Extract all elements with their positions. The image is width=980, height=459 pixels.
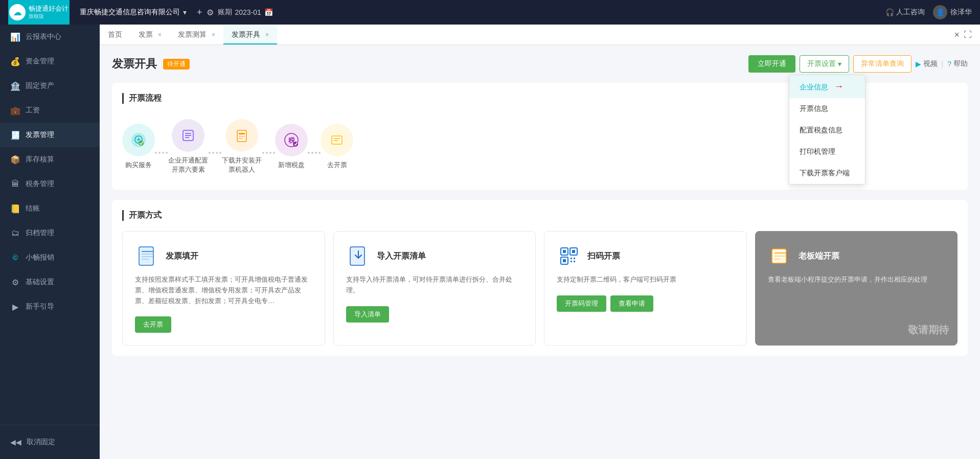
dropdown-invoice-info[interactable]: 开票信息 bbox=[789, 98, 865, 120]
flow-step-4-label: 新增税盘 bbox=[278, 160, 305, 170]
sidebar-item-assets[interactable]: 🏦 固定资产 bbox=[0, 74, 100, 98]
tab-invoice-close[interactable]: × bbox=[158, 31, 162, 38]
sidebar-item-payroll[interactable]: 💼 工资 bbox=[0, 98, 100, 123]
sidebar-bottom: ◀◀ 取消固定 bbox=[0, 425, 100, 459]
dropdown-invoice-info-label: 开票信息 bbox=[800, 104, 828, 112]
sidebar-item-xiaochang[interactable]: © 小畅报销 bbox=[0, 245, 100, 270]
invoice-icon: 🧾 bbox=[10, 130, 20, 140]
flow-step-1-icon bbox=[122, 124, 155, 156]
flow-step-4-icon: 税 bbox=[275, 124, 308, 156]
sidebar-item-settings[interactable]: ⚙ 基础设置 bbox=[0, 270, 100, 294]
dropdown-tax-disk[interactable]: 配置税盘信息 bbox=[789, 120, 865, 141]
sidebar-label-archive: 归档管理 bbox=[26, 228, 54, 238]
pending-label: 敬请期待 bbox=[908, 323, 949, 337]
method-actions-scan: 开票码管理 查看申请 bbox=[557, 295, 734, 312]
red-arrow-icon: → bbox=[834, 81, 844, 92]
add-company-icon[interactable]: + bbox=[197, 7, 202, 18]
import-list-btn[interactable]: 导入清单 bbox=[346, 306, 389, 323]
main-area: 📊 云报表中心 💰 资金管理 🏦 固定资产 💼 工资 🧾 发票管理 bbox=[0, 25, 980, 459]
sidebar-item-cloud-report[interactable]: 📊 云报表中心 bbox=[0, 25, 100, 49]
method-title-boss: 老板端开票 bbox=[799, 251, 839, 262]
divider: | bbox=[942, 60, 944, 68]
flow-step-2-label: 企业开通配置开票六要素 bbox=[168, 156, 209, 174]
sidebar-item-guide[interactable]: ▶ 新手引导 bbox=[0, 294, 100, 319]
dropdown-tax-disk-label: 配置税盘信息 bbox=[800, 126, 842, 134]
method-card-import: 导入开票清单 支持导入待开票清单，可对待开票清单进行拆分、合并处理。 导入清单 bbox=[333, 231, 536, 346]
help-btn[interactable]: ? 帮助 bbox=[947, 59, 968, 68]
method-desc-scan: 支持定制开票二维码，客户端可扫码开票 bbox=[557, 274, 734, 285]
sidebar-item-fund[interactable]: 💰 资金管理 bbox=[0, 49, 100, 74]
flow-step-3-icon bbox=[225, 119, 258, 152]
settings-gear-icon: ⚙ bbox=[10, 277, 20, 287]
tab-home[interactable]: 首页 bbox=[100, 26, 130, 44]
abnormal-btn[interactable]: 异常清单查询 bbox=[853, 55, 911, 73]
account-icon: 📒 bbox=[10, 203, 20, 214]
sidebar-label-cloud-report: 云报表中心 bbox=[26, 32, 61, 41]
method-actions-import: 导入清单 bbox=[346, 306, 523, 323]
manual-go-btn[interactable]: 去开票 bbox=[135, 316, 171, 333]
scan-view-btn[interactable]: 查看申请 bbox=[610, 295, 653, 312]
sidebar-label-tax: 税务管理 bbox=[26, 179, 54, 189]
tab-invoice-open-close[interactable]: × bbox=[265, 31, 269, 38]
avatar: 👤 bbox=[933, 5, 947, 19]
user-info[interactable]: 👤 徐泽华 bbox=[933, 5, 972, 19]
cancel-pin-btn[interactable]: ◀◀ 取消固定 bbox=[0, 430, 100, 454]
content-area: 首页 发票 × 发票测算 × 发票开具 × × ⛶ bbox=[100, 25, 980, 459]
method-card-manual: 发票填开 支持按照发票样式手工填开发票；可开具增值税电子普通发票、增值税普通发票… bbox=[122, 231, 325, 346]
tab-invoice-open[interactable]: 发票开具 × bbox=[223, 26, 277, 44]
cancel-pin-label: 取消固定 bbox=[27, 438, 55, 447]
consultant-btn[interactable]: 🎧 人工咨询 bbox=[885, 8, 925, 17]
method-desc-boss: 查看老板端小程序提交的开票申请，并作出相应的处理 bbox=[768, 274, 945, 285]
tab-bar: 首页 发票 × 发票测算 × 发票开具 × × ⛶ bbox=[100, 25, 980, 45]
sidebar-item-archive[interactable]: 🗂 归档管理 bbox=[0, 221, 100, 245]
activate-btn[interactable]: 立即开通 bbox=[748, 55, 795, 73]
sidebar-item-account[interactable]: 📒 结账 bbox=[0, 196, 100, 221]
assets-icon: 🏦 bbox=[10, 81, 20, 91]
flow-connector-1 bbox=[155, 140, 168, 154]
svg-point-16 bbox=[293, 142, 298, 147]
svg-rect-12 bbox=[239, 136, 245, 137]
dropdown-printer[interactable]: 打印机管理 bbox=[789, 141, 865, 163]
settings-btn[interactable]: 开票设置 ▾ bbox=[800, 55, 849, 73]
video-btn[interactable]: ▶ 视频 bbox=[916, 59, 938, 68]
page-content: 发票开具 待开通 立即开通 开票设置 ▾ 异常清单查询 ▶ 视频 bbox=[100, 45, 980, 459]
scan-manage-btn[interactable]: 开票码管理 bbox=[557, 295, 606, 312]
sidebar-item-tax[interactable]: 🏛 税务管理 bbox=[0, 172, 100, 196]
sidebar: 📊 云报表中心 💰 资金管理 🏦 固定资产 💼 工资 🧾 发票管理 bbox=[0, 25, 100, 459]
close-all-tabs-btn[interactable]: × bbox=[954, 29, 960, 40]
sidebar-label-xiaochang: 小畅报销 bbox=[26, 253, 54, 262]
tab-invoice[interactable]: 发票 × bbox=[130, 26, 170, 44]
method-header-scan: 扫码开票 bbox=[557, 244, 734, 268]
consultant-label: 人工咨询 bbox=[896, 8, 925, 17]
sidebar-label-account: 结账 bbox=[26, 204, 40, 213]
sidebar-item-invoice[interactable]: 🧾 发票管理 bbox=[0, 123, 100, 147]
calendar-icon[interactable]: 📅 bbox=[264, 8, 273, 16]
dropdown-company-info[interactable]: 企业信息 → bbox=[789, 75, 865, 98]
page-title-row: 发票开具 待开通 bbox=[112, 56, 190, 72]
dropdown-download-client[interactable]: 下载开票客户端 bbox=[789, 163, 865, 184]
play-icon: ▶ bbox=[916, 60, 921, 68]
expand-btn[interactable]: ⛶ bbox=[964, 29, 972, 40]
sidebar-item-inventory[interactable]: 📦 库存核算 bbox=[0, 147, 100, 172]
guide-icon: ▶ bbox=[10, 302, 20, 312]
method-desc-import: 支持导入待开票清单，可对待开票清单进行拆分、合并处理。 bbox=[346, 274, 523, 296]
cloud-report-icon: 📊 bbox=[10, 32, 20, 42]
sidebar-label-settings: 基础设置 bbox=[26, 278, 54, 287]
chevron-down-icon-settings: ▾ bbox=[838, 60, 841, 68]
method-header-boss: 老板端开票 bbox=[768, 244, 945, 268]
logo[interactable]: ☁ 畅捷通好会计 旗舰版 bbox=[8, 0, 70, 25]
sidebar-label-inventory: 库存核算 bbox=[26, 155, 54, 164]
flow-connector-3 bbox=[262, 140, 275, 154]
company-selector[interactable]: 重庆畅捷交通信息咨询有限公司 ▾ bbox=[74, 8, 193, 17]
settings-icon[interactable]: ⚙ bbox=[207, 8, 214, 17]
tab-home-label: 首页 bbox=[108, 30, 122, 39]
headset-icon: 🎧 bbox=[885, 8, 894, 16]
tab-invoice-calc-close[interactable]: × bbox=[212, 31, 215, 38]
svg-rect-11 bbox=[239, 133, 245, 134]
tab-invoice-calc[interactable]: 发票测算 × bbox=[170, 26, 223, 44]
svg-rect-37 bbox=[574, 261, 575, 262]
page-title: 发票开具 bbox=[112, 56, 157, 72]
dropdown-company-info-label: 企业信息 bbox=[800, 83, 828, 91]
dropdown-download-client-label: 下载开票客户端 bbox=[800, 169, 850, 177]
svg-rect-35 bbox=[574, 258, 575, 259]
